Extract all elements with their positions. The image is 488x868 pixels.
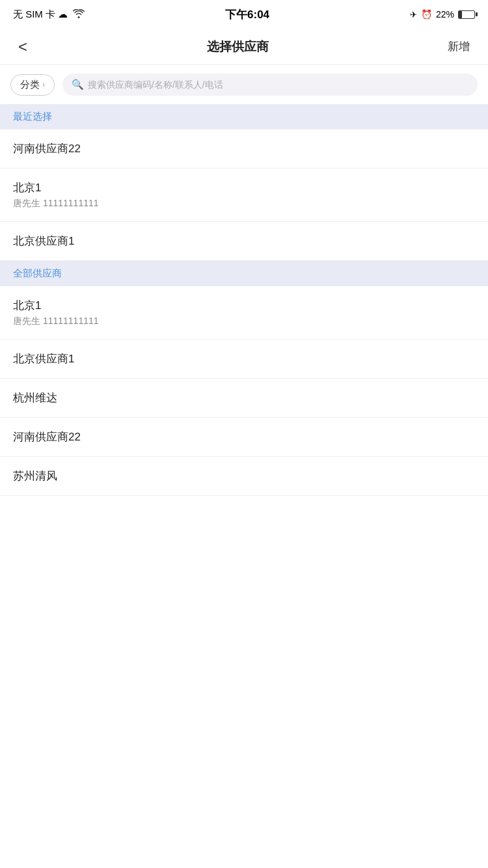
- wifi-icon: [73, 9, 85, 20]
- supplier-name: 苏州清风: [13, 468, 475, 483]
- chevron-right-icon: ›: [42, 80, 45, 89]
- list-item[interactable]: 河南供应商22: [0, 418, 488, 457]
- status-left: 无 SIM 卡 ☁: [13, 8, 85, 21]
- nav-bar: < 选择供应商 新增: [0, 29, 488, 65]
- supplier-name: 杭州维达: [13, 390, 475, 405]
- supplier-name: 北京1: [13, 180, 475, 195]
- search-icon: 🔍: [72, 79, 84, 90]
- supplier-sub: 唐先生 11111111111: [13, 198, 475, 210]
- list-item[interactable]: 河南供应商22: [0, 129, 488, 169]
- location-icon: ✈: [410, 10, 417, 20]
- category-filter-button[interactable]: 分类 ›: [10, 74, 55, 96]
- supplier-name: 北京1: [13, 298, 475, 313]
- add-button[interactable]: 新增: [442, 34, 475, 59]
- supplier-name: 北京供应商1: [13, 351, 475, 366]
- list-item[interactable]: 北京1 唐先生 11111111111: [0, 286, 488, 340]
- list-item[interactable]: 北京1 唐先生 11111111111: [0, 169, 488, 222]
- status-right: ✈ ⏰ 22%: [410, 9, 475, 20]
- supplier-name: 北京供应商1: [13, 234, 475, 249]
- all-items-list: 北京1 唐先生 11111111111 北京供应商1 杭州维达 河南供应商22 …: [0, 286, 488, 496]
- all-header-label: 全部供应商: [13, 267, 62, 278]
- back-button[interactable]: <: [13, 33, 33, 61]
- recent-header-label: 最近选择: [13, 111, 52, 122]
- supplier-name: 河南供应商22: [13, 429, 475, 444]
- category-label: 分类: [20, 79, 40, 91]
- sim-status: 无 SIM 卡 ☁: [13, 8, 68, 21]
- filter-bar: 分类 › 🔍: [0, 65, 488, 104]
- alarm-icon: ⏰: [421, 9, 432, 20]
- status-bar: 无 SIM 卡 ☁ 下午6:04 ✈ ⏰ 22%: [0, 0, 488, 29]
- list-item[interactable]: 杭州维达: [0, 379, 488, 418]
- battery-icon: [458, 10, 475, 19]
- all-section-header: 全部供应商: [0, 261, 488, 286]
- battery-percent: 22%: [436, 9, 454, 20]
- supplier-name: 河南供应商22: [13, 141, 475, 156]
- search-box: 🔍: [62, 74, 478, 96]
- supplier-sub: 唐先生 11111111111: [13, 316, 475, 327]
- recent-items-list: 河南供应商22 北京1 唐先生 11111111111 北京供应商1: [0, 129, 488, 261]
- list-item[interactable]: 北京供应商1: [0, 340, 488, 379]
- status-time: 下午6:04: [225, 7, 269, 22]
- page-title: 选择供应商: [207, 38, 269, 55]
- list-item[interactable]: 北京供应商1: [0, 222, 488, 261]
- recent-section-header: 最近选择: [0, 104, 488, 129]
- list-item[interactable]: 苏州清风: [0, 457, 488, 496]
- search-input[interactable]: [88, 79, 468, 90]
